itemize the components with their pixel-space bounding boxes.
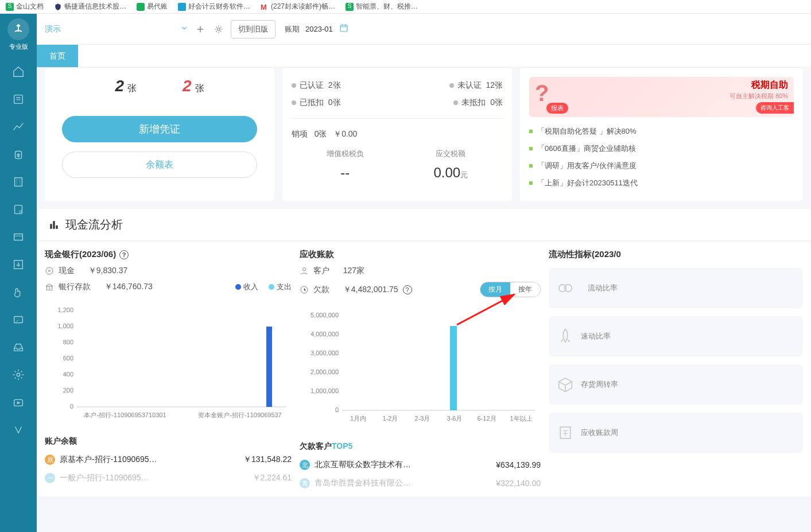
- new-voucher-button[interactable]: 新增凭证: [62, 116, 257, 142]
- building-icon[interactable]: [11, 175, 25, 189]
- svg-text:资本金账户-招行-1109069537: 资本金账户-招行-1109069537: [198, 411, 282, 418]
- tax-card: 已认证 2张未认证 12张 已抵扣 0张未抵扣 0张 销项 0张 ￥0.00 增…: [282, 68, 512, 201]
- promo-banner[interactable]: ? 税期自助 可自主解决税期 80% 报表 咨询人工客: [529, 77, 794, 117]
- v-icon[interactable]: [11, 423, 25, 437]
- ar-panel: 应收账款 客户 127家 欠款 ￥4,482,001.75 ? 按月 按年: [300, 249, 541, 488]
- svg-point-9: [218, 28, 220, 30]
- svg-text:2-3月: 2-3月: [415, 415, 430, 422]
- svg-rect-4: [14, 234, 23, 240]
- svg-text:3-6月: 3-6月: [447, 415, 463, 422]
- toggle-year[interactable]: 按年: [510, 282, 540, 297]
- bookmark-item[interactable]: 易代账: [137, 2, 168, 11]
- rocket-icon: [557, 328, 574, 345]
- notice-item[interactable]: 「税期自助化答疑 」解决80%: [529, 123, 794, 140]
- svg-text:0: 0: [70, 403, 73, 410]
- chart-icon[interactable]: [11, 120, 25, 134]
- download-icon[interactable]: [11, 258, 25, 271]
- help-icon[interactable]: ?: [403, 285, 412, 294]
- svg-text:0: 0: [335, 406, 339, 413]
- section-header: 现金流分析: [37, 209, 811, 241]
- svg-text:1-2月: 1-2月: [383, 415, 398, 422]
- period-label: 账期: [285, 24, 300, 34]
- chevron-down-icon: [180, 24, 188, 34]
- svg-text:1,000: 1,000: [57, 323, 73, 329]
- balance-sheet-button[interactable]: 余额表: [62, 152, 257, 178]
- settings-icon[interactable]: [212, 23, 225, 36]
- bookmark-item[interactable]: S金山文档: [6, 2, 44, 11]
- svg-text:1年以上: 1年以上: [510, 415, 532, 422]
- svg-rect-0: [14, 95, 23, 104]
- plus-icon[interactable]: [194, 23, 207, 36]
- liq-card[interactable]: 速动比率: [549, 316, 803, 356]
- list-item[interactable]: 一一般户-招行-11090695…￥2,224.61: [45, 473, 292, 483]
- tab-home[interactable]: 首页: [37, 45, 78, 67]
- ratio-icon: [557, 279, 574, 297]
- card-icon[interactable]: [11, 313, 25, 327]
- svg-text:3,000,000: 3,000,000: [311, 350, 339, 356]
- receipt-icon[interactable]: [11, 203, 25, 216]
- help-icon[interactable]: ?: [119, 250, 129, 259]
- top5-title: 欠款客户TOP5: [300, 441, 541, 452]
- money-icon[interactable]: [11, 147, 25, 161]
- calendar-icon[interactable]: [339, 23, 349, 35]
- svg-text:2,000,000: 2,000,000: [311, 368, 339, 375]
- liquidity-panel: 流动性指标(2023/0 流动比率 速动比率 存货周转率 应收账款周: [549, 249, 803, 453]
- svg-rect-1: [15, 178, 22, 187]
- bookmark-item[interactable]: S智能票、财、税推…: [346, 2, 418, 11]
- period-value: 2023-01: [305, 25, 333, 33]
- topbar: 演示 切到旧版 账期 2023-01: [37, 14, 811, 45]
- invoice-icon: [557, 424, 574, 441]
- svg-text:1,000,000: 1,000,000: [311, 387, 339, 394]
- bookmark-item[interactable]: 畅捷通信息技术股…: [54, 2, 126, 11]
- voucher-icon[interactable]: [11, 92, 25, 106]
- svg-point-3: [20, 211, 22, 213]
- list-item[interactable]: 北北京互帮联众数字技术有…¥634,139.99: [300, 460, 541, 470]
- bookmark-item[interactable]: 好会计云财务软件…: [178, 2, 250, 11]
- liq-card[interactable]: 存货周转率: [549, 364, 803, 405]
- cash-icon: [45, 266, 54, 275]
- svg-text:600: 600: [63, 355, 73, 362]
- list-item[interactable]: 原原基本户-招行-11090695…￥131,548.22: [45, 455, 292, 465]
- inbox-icon[interactable]: [11, 340, 25, 354]
- notice-item[interactable]: 「调研」用友客户/伙伴满意度: [529, 157, 794, 174]
- box-icon: [557, 376, 574, 393]
- sidebar: 专业版: [0, 14, 37, 532]
- ar-chart: 5,000,000 4,000,000 3,000,000 2,000,000 …: [300, 309, 541, 431]
- bookmark-item[interactable]: M(227封未读邮件)畅…: [261, 2, 335, 11]
- cash-panel: 现金银行(2023/06)? 现金 ￥9,830.37 银行存款 ￥146,76…: [45, 249, 292, 483]
- list-item[interactable]: 青青岛华胜普金科技有限公…¥322,140.00: [300, 478, 541, 488]
- notice-item[interactable]: 「0606直播」商贸企业辅助核: [529, 140, 794, 157]
- svg-point-23: [302, 268, 305, 271]
- svg-text:本户-招行-110906953710301: 本户-招行-110906953710301: [84, 411, 166, 418]
- hand-icon[interactable]: [11, 285, 25, 299]
- liq-card[interactable]: 流动比率: [549, 268, 803, 308]
- bank-icon: [45, 282, 54, 292]
- svg-text:1,200: 1,200: [57, 306, 73, 313]
- bar-chart-icon: [48, 219, 60, 231]
- notice-card: ? 税期自助 可自主解决税期 80% 报表 咨询人工客 「税期自助化答疑 」解决…: [520, 68, 803, 201]
- tabs: 首页: [37, 45, 811, 68]
- layout-icon[interactable]: [11, 230, 25, 244]
- switch-version-button[interactable]: 切到旧版: [231, 20, 275, 38]
- bookmarks-bar: S金山文档 畅捷通信息技术股… 易代账 好会计云财务软件… M(227封未读邮件…: [0, 0, 811, 14]
- gear-icon[interactable]: [11, 368, 25, 382]
- svg-text:1月内: 1月内: [350, 415, 366, 422]
- content: 2张 2张 新增凭证 余额表 已认证 2张未认证 12张 已抵扣 0张未抵扣 0…: [37, 68, 811, 532]
- home-icon[interactable]: [11, 65, 25, 79]
- liq-card[interactable]: 应收账款周: [549, 413, 803, 453]
- svg-rect-33: [450, 326, 457, 410]
- svg-text:4,000,000: 4,000,000: [311, 331, 339, 337]
- svg-text:800: 800: [63, 339, 73, 345]
- toggle-month[interactable]: 按月: [480, 282, 510, 297]
- org-selector[interactable]: 演示: [45, 24, 188, 34]
- svg-rect-10: [340, 25, 347, 32]
- svg-rect-20: [266, 327, 272, 407]
- svg-point-7: [17, 373, 20, 376]
- notice-item[interactable]: 「上新」好会计20230511迭代: [529, 174, 794, 192]
- period-toggle: 按月 按年: [480, 282, 541, 297]
- video-icon[interactable]: [11, 395, 25, 409]
- svg-text:6-12月: 6-12月: [477, 415, 496, 422]
- svg-text:400: 400: [63, 371, 73, 378]
- svg-text:200: 200: [63, 387, 73, 394]
- voucher-card: 2张 2张 新增凭证 余额表: [45, 68, 274, 201]
